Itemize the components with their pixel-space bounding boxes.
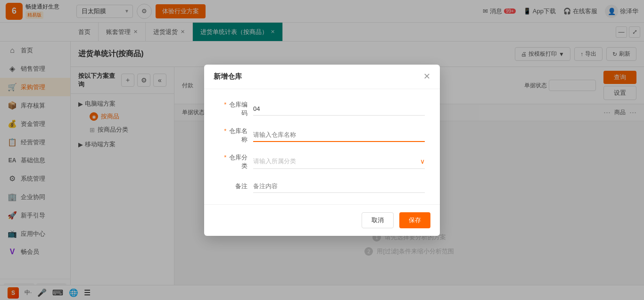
save-button[interactable]: 保存 [399,212,430,228]
cancel-button[interactable]: 取消 [362,212,394,228]
warehouse-category-select[interactable]: 请输入所属分类 ∨ [253,154,425,169]
warehouse-note-input[interactable] [253,180,425,193]
chevron-down-icon: ∨ [420,158,425,165]
required-star: * [224,154,226,161]
warehouse-name-input[interactable] [253,128,425,142]
modal-body: * 仓库编码 * 仓库名称 * 仓库分类 请输入 [204,89,440,204]
modal-close-button[interactable]: ✕ [423,72,430,81]
warehouse-code-field: * 仓库编码 [219,100,425,117]
warehouse-name-label: * 仓库名称 [219,127,248,144]
modal-title: 新增仓库 [214,72,242,81]
warehouse-name-field: * 仓库名称 [219,127,425,144]
warehouse-code-input[interactable] [253,102,425,116]
category-placeholder: 请输入所属分类 [253,157,296,166]
warehouse-category-label: * 仓库分类 [219,153,248,170]
required-star: * [224,101,226,108]
warehouse-note-field: 备注 [219,180,425,193]
modal-header: 新增仓库 ✕ [204,65,440,89]
modal-overlay: 新增仓库 ✕ * 仓库编码 * 仓库名称 [0,0,644,300]
required-star: * [224,127,226,134]
modal-footer: 取消 保存 [204,204,440,236]
add-warehouse-modal: 新增仓库 ✕ * 仓库编码 * 仓库名称 [204,65,440,236]
warehouse-code-label: * 仓库编码 [219,100,248,117]
warehouse-category-field: * 仓库分类 请输入所属分类 ∨ [219,153,425,170]
warehouse-note-label: 备注 [219,182,248,191]
